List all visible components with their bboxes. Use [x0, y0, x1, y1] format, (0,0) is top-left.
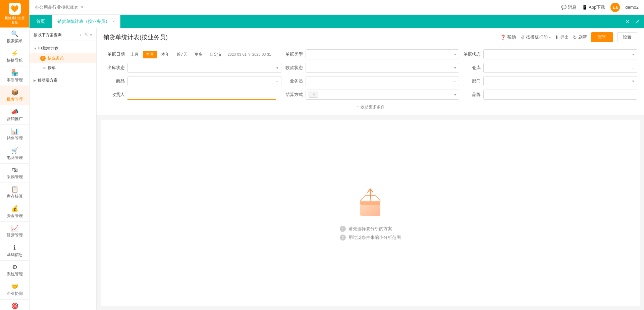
sidebar-item-label: 经营管理 — [7, 232, 23, 238]
sidebar-item-marketing[interactable]: 📣 营销推广 — [0, 105, 29, 125]
date-tab-lastmonth[interactable]: 上月 — [127, 51, 142, 58]
sidebar-item-basic-info[interactable]: ℹ 基础信息 — [0, 241, 29, 261]
group-chevron-icon: ▼ — [34, 47, 37, 50]
settlement-tag-close-icon[interactable]: ✕ — [312, 92, 316, 97]
print-button[interactable]: 🖨 按模板打印 ▾ — [520, 34, 551, 40]
app-download-button[interactable]: 📱 App下载 — [582, 4, 605, 10]
warehouse-dots-icon: ··· — [630, 65, 634, 70]
tip-num-1: 1 — [340, 226, 346, 232]
print-dropdown-icon[interactable]: ▾ — [549, 36, 551, 39]
date-tab-7days[interactable]: 近7天 — [174, 51, 190, 58]
goods-label: 商品 — [103, 78, 127, 84]
sidebar-item-sales[interactable]: 📊 销售管理 — [0, 125, 29, 144]
panel-item-label: 按业务员 — [48, 55, 64, 61]
dept-arrow-icon: ▾ — [632, 79, 634, 84]
refresh-button[interactable]: ↻ 刷新 — [573, 34, 587, 40]
tab-active-label: 销货单统计表（按业务员） — [57, 18, 110, 24]
tab-home-label: 首页 — [36, 18, 45, 24]
collab-icon: 🤝 — [11, 283, 18, 290]
sidebar-item-label: 采购管理 — [7, 174, 23, 180]
receiptstatus-select[interactable]: ▾ — [306, 63, 460, 73]
dept-select[interactable]: ▾ — [483, 76, 637, 86]
sidebar: 🧡 畅捷通好生意标版 🔍 搜索菜单 ⚡ 快捷导航 🏪 零售管理 📦 批发管理 📣… — [0, 0, 30, 310]
brand-input[interactable]: ··· — [483, 90, 637, 100]
tab-close-all-icon[interactable]: ✕ — [623, 18, 632, 25]
sidebar-item-purchase[interactable]: 🛍 采购管理 — [0, 164, 29, 183]
page-actions: ❓ 帮助 🖨 按模板打印 ▾ ⬇ 导出 ↻ 刷新 — [500, 32, 637, 42]
help-button[interactable]: ❓ 帮助 — [500, 34, 516, 40]
salesperson-input[interactable]: ··· — [306, 76, 460, 86]
system-icon: ⚙ — [12, 263, 17, 271]
sidebar-item-label: 批发管理 — [7, 97, 23, 102]
tab-home[interactable]: 首页 — [30, 15, 52, 28]
filter-row-2: 出库状态 ▾ 收款状态 ▾ 仓库 — [103, 63, 637, 73]
date-tab-custom[interactable]: 自定义 — [207, 51, 225, 58]
panel-group-mobile[interactable]: ▶ 移动端方案 — [30, 75, 96, 85]
messages-button[interactable]: 💬 消息 — [561, 4, 577, 10]
goods-dots-icon: ··· — [274, 79, 278, 84]
salesperson-dots-icon: ··· — [452, 79, 457, 84]
logo-icon: 🧡 — [9, 3, 21, 15]
app-logo[interactable]: 🧡 畅捷通好生意标版 — [0, 0, 29, 28]
panel-group-desktop[interactable]: ▼ 电脑端方案 — [30, 44, 96, 53]
filter-col-consignee: 收货人 ··· — [103, 90, 281, 100]
goods-input[interactable]: ··· — [127, 76, 281, 86]
date-tab-more[interactable]: 更多 — [192, 51, 206, 58]
sidebar-item-newguide[interactable]: 🎯 新手引导 — [0, 300, 29, 310]
user-avatar[interactable]: Ea — [610, 3, 620, 12]
tabbar-actions: ✕ ⤢ — [623, 18, 644, 25]
empty-tips: 1 请先选择要分析的方案 2 用过滤条件来缩小分析范围 — [340, 226, 401, 241]
doctype-select[interactable]: ▾ — [306, 49, 460, 59]
warehouse-input[interactable]: ··· — [483, 63, 637, 73]
breadcrumb-dropdown-icon[interactable]: ▾ — [81, 5, 83, 9]
tab-expand-icon[interactable]: ⤢ — [633, 18, 641, 25]
query-button[interactable]: 查询 — [591, 32, 613, 42]
sidebar-item-search[interactable]: 🔍 搜索菜单 — [0, 28, 29, 47]
warehouse-label: 仓库 — [459, 65, 483, 71]
sidebar-item-quicknav[interactable]: ⚡ 快捷导航 — [0, 47, 29, 66]
panel-edit-button[interactable]: ✎ — [85, 32, 88, 38]
sidebar-item-retail[interactable]: 🏪 零售管理 — [0, 66, 29, 86]
sidebar-item-finance[interactable]: 💰 资金管理 — [0, 202, 29, 222]
main-area: 办公用品行业模拟账套 ▾ 💬 消息 📱 App下载 Ea demo2 首页 销货… — [30, 0, 644, 310]
outstatus-arrow-icon: ▾ — [276, 66, 278, 70]
tab-active[interactable]: 销货单统计表（按业务员） × — [52, 15, 120, 28]
settlement-tag: ✕ — [309, 92, 318, 98]
filter-col-doctype: 单据类型 ▾ — [281, 49, 460, 59]
consignee-input[interactable] — [127, 90, 276, 100]
sidebar-item-inventory[interactable]: 📋 库存核算 — [0, 183, 29, 202]
app-download-label: App下载 — [589, 4, 605, 10]
panel-add-button[interactable]: ＋ — [78, 32, 83, 38]
date-tab-thisyear[interactable]: 本年 — [158, 51, 172, 58]
export-button[interactable]: ⬇ 导出 — [555, 34, 569, 40]
sidebar-item-system[interactable]: ⚙ 系统管理 — [0, 261, 29, 280]
sidebar-item-collab[interactable]: 🤝 企业协同 — [0, 280, 29, 300]
consignee-label: 收货人 — [103, 92, 127, 98]
outstatus-select[interactable]: ▾ — [127, 63, 281, 73]
purchase-icon: 🛍 — [12, 166, 18, 173]
filter-col-docstatus: 单据状态 ▾ — [459, 49, 637, 59]
panel-collapse-button[interactable]: « — [90, 32, 92, 38]
sales-icon: 📊 — [11, 127, 18, 135]
collapse-button[interactable]: ⌃ 收起更多条件 — [103, 103, 637, 111]
left-panel: 按以下方案查询 ＋ ✎ « ▼ 电脑端方案 员 按业务员 ≡ 按单 — [30, 28, 97, 310]
page-title: 销货单统计表(按业务员) — [103, 33, 168, 41]
date-tab-thismonth[interactable]: 本月 — [143, 51, 157, 58]
sidebar-item-ecommerce[interactable]: 🛒 电商管理 — [0, 144, 29, 164]
salesperson-icon: 员 — [40, 56, 46, 61]
refresh-label: 刷新 — [578, 34, 587, 40]
panel-section-desktop: ▼ 电脑端方案 员 按业务员 ≡ 按单 — [30, 42, 96, 74]
settings-button[interactable]: 设置 — [617, 32, 637, 42]
newguide-icon: 🎯 — [11, 302, 18, 310]
tab-close-icon[interactable]: × — [112, 19, 115, 24]
dept-label: 部门 — [459, 78, 483, 84]
sidebar-item-operations[interactable]: 📈 经营管理 — [0, 222, 29, 241]
empty-state: 1 请先选择要分析的方案 2 用过滤条件来缩小分析范围 — [101, 120, 640, 306]
panel-item-by-order[interactable]: ≡ 按单 — [30, 63, 96, 73]
docstatus-select[interactable]: ▾ — [483, 49, 637, 59]
inventory-icon: 📋 — [11, 186, 18, 193]
sidebar-item-wholesale[interactable]: 📦 批发管理 — [0, 86, 29, 105]
sidebar-item-label: 零售管理 — [7, 77, 23, 83]
settlement-select[interactable]: ✕ ▾ — [306, 90, 460, 100]
panel-item-by-salesperson[interactable]: 员 按业务员 — [30, 53, 96, 63]
